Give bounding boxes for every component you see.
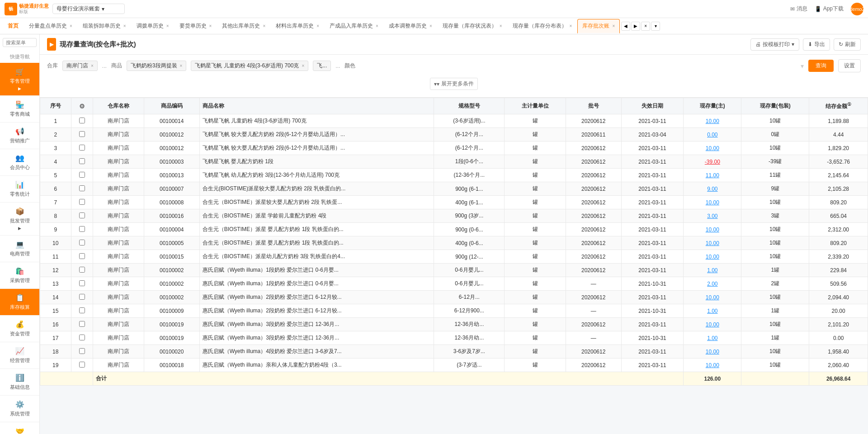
tab-close-icon[interactable]: × (570, 24, 572, 28)
cell-stock-main[interactable]: 10.00 (684, 196, 741, 209)
tab-chancheng[interactable]: 产成品入库单历史 × (325, 19, 383, 33)
tab-close-icon[interactable]: × (500, 24, 502, 28)
cell-stock-main[interactable]: 1.00 (684, 264, 741, 277)
messages-btn[interactable]: ✉ 消息 (790, 5, 807, 13)
tab-chengben[interactable]: 成本调整单历史 × (384, 19, 437, 33)
cell-checkbox[interactable] (71, 304, 93, 318)
cell-checkbox[interactable] (71, 264, 93, 277)
tab-close-icon[interactable]: × (123, 24, 126, 28)
cell-stock-main[interactable]: 10.00 (684, 223, 741, 236)
refresh-btn[interactable]: ↻ 刷新 (834, 38, 861, 51)
cell-checkbox[interactable] (71, 345, 93, 359)
sidebar-item-basic-info[interactable]: ℹ️ 基础信息 (0, 369, 39, 396)
cell-stock-main[interactable]: 10.00 (684, 359, 741, 372)
sidebar-item-inventory[interactable]: 📋 库存核算 (0, 289, 39, 316)
sidebar-item-ecommerce[interactable]: 💻 电商管理 (0, 236, 39, 262)
cell-checkbox[interactable] (71, 223, 93, 236)
set-button[interactable]: 设置 (838, 59, 861, 72)
cell-stock-main[interactable]: 9.00 (684, 182, 741, 196)
sidebar-item-system[interactable]: ⚙️ 系统管理 (0, 396, 39, 422)
cell-stock-main[interactable]: -39.00 (684, 155, 741, 169)
expand-more-btn[interactable]: ▾▾ 展开更多条件 (430, 78, 478, 90)
product-tag-1[interactable]: 飞鹤奶粉3段两提装 × (127, 61, 187, 71)
tab-qita[interactable]: 其他出库单历史 × (217, 19, 270, 33)
cell-checkbox[interactable] (71, 196, 93, 209)
cell-checkbox[interactable] (71, 142, 93, 155)
tab-cailiao[interactable]: 材料出库单历史 × (271, 19, 324, 33)
cell-stock-main[interactable]: 10.00 (684, 345, 741, 359)
sidebar-item-member[interactable]: 👥 会员中心 (0, 149, 39, 176)
tab-close-icon[interactable]: × (429, 24, 432, 28)
table-container[interactable]: 序号 ⚙ 仓库名称 商品编码 商品名称 规格型号 主计量单位 批号 失效日期 现… (40, 98, 868, 434)
nav-next[interactable]: ▶ (631, 22, 640, 31)
cell-checkbox[interactable] (71, 128, 93, 142)
sidebar-item-purchase[interactable]: 🛍️ 采购管理 (0, 262, 39, 289)
cell-checkbox[interactable] (71, 169, 93, 182)
tab-yaohuo[interactable]: 要货单历史 × (175, 19, 217, 33)
cell-checkbox[interactable] (71, 236, 93, 250)
warehouse-select[interactable]: 母婴行业演示账套 ▾ (52, 4, 125, 14)
cell-stock-main[interactable]: 10.00 (684, 114, 741, 128)
product-tag-2[interactable]: 飞鹤星飞帆 儿童奶粉 4段(3-6岁适用) 700克 × (191, 61, 308, 71)
tab-xiancunliang2[interactable]: 现存量（库存分布表） × (508, 19, 577, 33)
cell-stock-main[interactable]: 10.00 (684, 142, 741, 155)
nav-prev[interactable]: ◀ (621, 22, 630, 31)
tab-xiancunliang1[interactable]: 现存量（库存状况表） × (438, 19, 507, 33)
sidebar-expand-btn[interactable]: ▶ (47, 38, 56, 51)
search-input[interactable] (3, 38, 37, 47)
query-button[interactable]: 查询 (808, 60, 834, 72)
warehouse-tag[interactable]: 南岸门店 × (62, 61, 98, 71)
tab-close-icon[interactable]: × (166, 24, 169, 28)
export-btn[interactable]: ⬇ 导出 (803, 38, 830, 51)
tab-zuzhuang[interactable]: 组装拆卸单历史 × (78, 19, 131, 33)
user-profile[interactable]: demo2 (851, 3, 863, 15)
cell-checkbox[interactable] (71, 114, 93, 128)
cell-checkbox[interactable] (71, 155, 93, 169)
cell-checkbox[interactable] (71, 250, 93, 264)
cell-checkbox[interactable] (71, 291, 93, 304)
cell-stock-main[interactable]: 11.00 (684, 169, 741, 182)
sidebar-quick-nav[interactable]: 快捷导航 (0, 51, 39, 63)
cell-stock-main[interactable]: 10.00 (684, 291, 741, 304)
sidebar-item-retail-stat[interactable]: 📊 零售统计 (0, 176, 39, 203)
app-download-btn[interactable]: 📱 App下载 (815, 5, 844, 13)
tab-close-icon[interactable]: × (376, 24, 378, 28)
cell-stock-main[interactable]: 1.00 (684, 304, 741, 318)
warehouse-more[interactable]: ... (102, 63, 107, 69)
sidebar-item-collab[interactable]: 🤝 企业协同 (0, 422, 39, 434)
tab-close-icon[interactable]: × (70, 24, 72, 28)
cell-stock-main[interactable]: 10.00 (684, 236, 741, 250)
tab-kucun[interactable]: 库存批次账 × (577, 19, 620, 33)
cell-stock-main[interactable]: 1.00 (684, 331, 741, 345)
cell-checkbox[interactable] (71, 331, 93, 345)
cell-stock-main[interactable]: 2.00 (684, 277, 741, 291)
cell-stock-main[interactable]: 10.00 (684, 250, 741, 264)
sidebar-item-retail-manage[interactable]: 🛒 零售管理 ▶ (0, 63, 39, 96)
cell-stock-main[interactable]: 0.00 (684, 128, 741, 142)
tab-close-icon[interactable]: × (612, 24, 615, 28)
product-tag-1-remove[interactable]: × (180, 63, 183, 68)
cell-checkbox[interactable] (71, 182, 93, 196)
sidebar-item-retail-mall[interactable]: 🏪 零售商城 (0, 96, 39, 123)
cell-checkbox[interactable] (71, 318, 93, 331)
nav-close-all[interactable]: × (641, 22, 650, 31)
tab-fenliang[interactable]: 分量盘点单历史 × (24, 19, 77, 33)
tab-home[interactable]: 首页 (3, 19, 24, 33)
product-tag-2-remove[interactable]: × (302, 63, 304, 68)
nav-menu[interactable]: ▾ (651, 22, 660, 31)
sidebar-item-operations[interactable]: 📈 经营管理 (0, 342, 39, 369)
th-settings[interactable]: ⚙ (71, 98, 93, 114)
tab-close-icon[interactable]: × (209, 24, 212, 28)
cell-checkbox[interactable] (71, 359, 93, 372)
sidebar-item-marketing[interactable]: 📢 营销推广 (0, 123, 39, 149)
tab-close-icon[interactable]: × (263, 24, 265, 28)
sidebar-item-wholesale[interactable]: 📦 批发管理 ▶ (0, 203, 39, 236)
warehouse-tag-remove[interactable]: × (91, 63, 94, 68)
cell-checkbox[interactable] (71, 277, 93, 291)
product-tag-more[interactable]: 飞... (313, 61, 331, 71)
settings-icon[interactable]: ⚙ (79, 103, 85, 110)
cell-stock-main[interactable]: 10.00 (684, 318, 741, 331)
tab-diaobo[interactable]: 调拨单历史 × (132, 19, 174, 33)
template-print-btn[interactable]: 🖨 按模板打印 ▾ (750, 38, 799, 51)
product-more-all[interactable]: ... (335, 63, 340, 69)
